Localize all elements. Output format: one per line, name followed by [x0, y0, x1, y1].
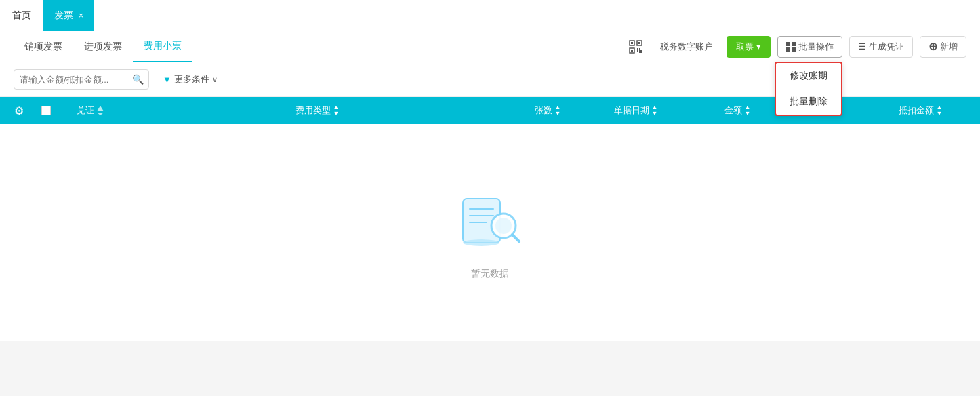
th-amount: 金额 ▲▼ [690, 104, 785, 117]
svg-point-23 [495, 218, 512, 234]
th-voucher: 兑证 [60, 104, 121, 117]
empty-state: 暂无数据 [0, 124, 980, 307]
svg-point-21 [463, 239, 499, 246]
th-date: 单据日期 ▲▼ [581, 104, 690, 117]
sub-nav-actions: 税务数字账户 取票 ▾ 批量操作 修改账期 [625, 36, 966, 58]
th-amount-sort-icon[interactable]: ▲▼ [745, 104, 751, 117]
tax-account-button[interactable]: 税务数字账户 [653, 36, 720, 58]
svg-rect-1 [631, 42, 633, 44]
search-icon: 🔍 [132, 74, 144, 85]
svg-rect-10 [786, 42, 790, 46]
svg-rect-6 [637, 48, 638, 50]
th-expense-sort-icon[interactable]: ▲▼ [333, 104, 340, 117]
qr-icon [629, 40, 642, 54]
add-new-button[interactable]: ⊕ 新增 [920, 36, 966, 58]
batch-dropdown-menu: 修改账期 批量删除 [775, 62, 842, 116]
gear-icon: ⚙ [14, 104, 24, 117]
svg-marker-14 [97, 106, 104, 111]
search-input[interactable] [20, 75, 128, 85]
empty-illustration [449, 178, 531, 260]
th-count: 张数 ▲▼ [514, 104, 581, 117]
batch-ops-button[interactable]: 批量操作 [777, 36, 842, 58]
th-date-sort-icon[interactable]: ▲▼ [652, 104, 658, 117]
gen-voucher-button[interactable]: ☰ 生成凭证 [849, 36, 913, 58]
invoice-tab[interactable]: 发票 × [43, 0, 94, 31]
th-deduct-amount-sort-icon[interactable]: ▲▼ [937, 104, 943, 117]
svg-rect-13 [792, 47, 796, 52]
dropdown-item-batch-delete[interactable]: 批量删除 [776, 89, 841, 115]
svg-rect-3 [638, 42, 640, 44]
search-wrap: 🔍 [14, 69, 149, 90]
tab-expense-receipt[interactable]: 费用小票 [133, 31, 192, 62]
svg-rect-9 [639, 50, 642, 53]
svg-line-24 [512, 235, 519, 241]
settings-col[interactable]: ⚙ [5, 104, 33, 117]
th-voucher-filter-icon[interactable] [97, 106, 104, 115]
tab-purchase-invoice[interactable]: 进项发票 [73, 31, 133, 62]
svg-marker-15 [97, 113, 104, 115]
svg-rect-7 [639, 48, 640, 50]
top-nav: 首页 发票 × [0, 0, 980, 31]
take-ticket-arrow: ▾ [756, 41, 761, 52]
invoice-tab-label: 发票 [54, 9, 73, 22]
tab-sales-invoice[interactable]: 销项发票 [14, 31, 73, 62]
filter-icon: ▼ [163, 75, 171, 85]
checkbox-col[interactable] [33, 106, 60, 115]
filter-button[interactable]: ▼ 更多条件 ∨ [157, 71, 223, 88]
empty-text: 暂无数据 [471, 268, 509, 280]
take-ticket-button[interactable]: 取票 ▾ [727, 36, 771, 58]
voucher-icon: ☰ [858, 41, 866, 52]
dropdown-item-modify-period[interactable]: 修改账期 [776, 63, 841, 89]
batch-icon [786, 42, 796, 52]
svg-rect-5 [631, 50, 633, 52]
filter-arrow: ∨ [212, 75, 218, 84]
sub-nav: 销项发票 进项发票 费用小票 税务数字账户 [0, 31, 980, 62]
th-count-sort-icon[interactable]: ▲▼ [555, 104, 561, 117]
add-icon: ⊕ [928, 40, 937, 53]
table-body: 暂无数据 [0, 124, 980, 341]
svg-rect-8 [637, 50, 638, 52]
home-label: 首页 [12, 9, 31, 22]
qr-button[interactable] [625, 36, 647, 58]
sub-nav-tabs: 销项发票 进项发票 费用小票 [14, 31, 192, 62]
th-expense-type: 费用类型 ▲▼ [121, 104, 514, 117]
select-all-checkbox[interactable] [41, 106, 51, 115]
svg-rect-12 [786, 47, 790, 52]
svg-rect-11 [792, 42, 796, 46]
invoice-tab-close[interactable]: × [79, 11, 83, 20]
home-tab[interactable]: 首页 [0, 0, 43, 31]
th-deduct-amount: 抵扣金额 ▲▼ [866, 104, 975, 117]
batch-ops-container: 批量操作 修改账期 批量删除 [777, 36, 842, 58]
